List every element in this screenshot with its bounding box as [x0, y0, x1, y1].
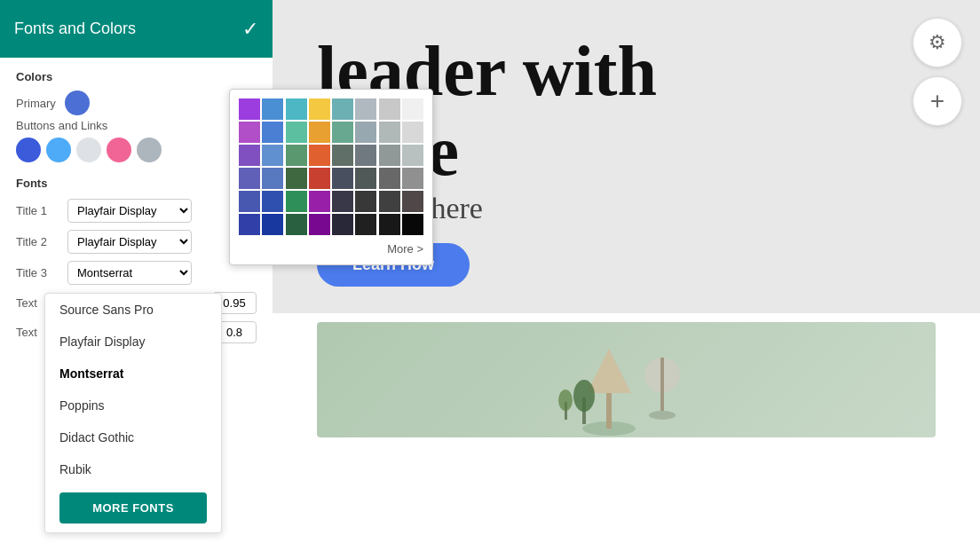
color-cell[interactable] [262, 191, 283, 212]
color-cell[interactable] [239, 191, 260, 212]
fonts-section-label: Fonts [16, 177, 257, 190]
dropdown-item-source-sans-pro[interactable]: Source Sans Pro [45, 294, 221, 326]
color-cell[interactable] [379, 145, 400, 166]
swatch-gray-light[interactable] [76, 138, 101, 162]
color-cell[interactable] [402, 98, 423, 120]
color-cell[interactable] [286, 168, 307, 189]
color-cell[interactable] [402, 191, 423, 212]
color-cell[interactable] [402, 145, 423, 166]
svg-rect-4 [660, 358, 664, 411]
color-cell[interactable] [286, 145, 307, 166]
title3-row: Title 3 Montserrat [16, 261, 257, 285]
panel-title: Fonts and Colors [14, 20, 136, 38]
color-cell[interactable] [262, 98, 283, 120]
color-cell[interactable] [332, 214, 353, 235]
color-cell[interactable] [309, 191, 330, 212]
swatch-gray-medium[interactable] [137, 138, 162, 162]
add-button[interactable]: + [913, 76, 962, 126]
primary-color-row: Primary [16, 91, 257, 115]
color-cell[interactable] [379, 191, 400, 212]
gear-icon: ⚙ [929, 31, 946, 54]
color-cell[interactable] [286, 98, 307, 120]
color-cell[interactable] [355, 122, 376, 143]
color-cell[interactable] [262, 145, 283, 166]
color-cell[interactable] [239, 145, 260, 166]
buttons-links-label: Buttons and Links [16, 119, 257, 132]
dropdown-item-playfair-display[interactable]: Playfair Display [45, 326, 221, 358]
settings-button[interactable]: ⚙ [913, 18, 962, 67]
title2-font-select[interactable]: Playfair Display [67, 230, 192, 254]
preview-illustration [538, 322, 715, 437]
color-cell[interactable] [239, 98, 260, 120]
color-cell[interactable] [402, 122, 423, 143]
svg-point-5 [649, 411, 676, 420]
color-cell[interactable] [355, 145, 376, 166]
image-preview [317, 322, 936, 437]
svg-point-7 [573, 380, 595, 412]
color-cell[interactable] [332, 191, 353, 212]
color-cell[interactable] [309, 214, 330, 235]
color-cell[interactable] [239, 214, 260, 235]
title1-row: Title 1 Playfair Display [16, 199, 257, 223]
plus-icon: + [930, 87, 944, 115]
title1-label: Title 1 [16, 204, 60, 217]
color-swatches-row [16, 138, 257, 162]
dropdown-item-poppins[interactable]: Poppins [45, 390, 221, 421]
color-picker-popup: More > [229, 89, 433, 265]
color-cell[interactable] [332, 168, 353, 189]
dropdown-item-didact-gothic[interactable]: Didact Gothic [45, 421, 221, 453]
floating-buttons: ⚙ + [913, 18, 962, 126]
dropdown-item-rubik[interactable]: Rubik [45, 453, 221, 485]
color-cell[interactable] [355, 191, 376, 212]
title2-row: Title 2 Playfair Display [16, 230, 257, 254]
color-cell[interactable] [262, 122, 283, 143]
svg-rect-2 [606, 393, 612, 429]
font-dropdown: Source Sans Pro Playfair Display Montser… [44, 293, 222, 533]
color-cell[interactable] [332, 145, 353, 166]
color-cell[interactable] [379, 214, 400, 235]
more-fonts-button[interactable]: MORE FONTS [59, 492, 207, 523]
color-grid [239, 98, 423, 235]
confirm-button[interactable]: ✓ [242, 18, 258, 41]
color-cell[interactable] [355, 98, 376, 120]
color-cell[interactable] [379, 98, 400, 120]
color-cell[interactable] [379, 122, 400, 143]
title3-label: Title 3 [16, 266, 60, 279]
title2-label: Title 2 [16, 235, 60, 248]
primary-label: Primary [16, 97, 56, 110]
primary-color-swatch[interactable] [65, 91, 90, 115]
color-cell[interactable] [286, 214, 307, 235]
color-cell[interactable] [309, 98, 330, 120]
color-cell[interactable] [402, 214, 423, 235]
color-cell[interactable] [239, 168, 260, 189]
color-cell[interactable] [379, 168, 400, 189]
colors-section-label: Colors [16, 70, 257, 83]
color-cell[interactable] [286, 122, 307, 143]
color-cell[interactable] [286, 191, 307, 212]
more-colors-link[interactable]: More > [239, 242, 423, 256]
swatch-blue-dark[interactable] [16, 138, 41, 162]
color-cell[interactable] [355, 168, 376, 189]
color-cell[interactable] [309, 168, 330, 189]
color-cell[interactable] [262, 168, 283, 189]
color-cell[interactable] [332, 98, 353, 120]
color-cell[interactable] [402, 168, 423, 189]
color-cell[interactable] [309, 122, 330, 143]
svg-point-9 [558, 390, 573, 411]
title3-font-select[interactable]: Montserrat [67, 261, 192, 285]
color-cell[interactable] [355, 214, 376, 235]
sidebar-header: Fonts and Colors ✓ [0, 0, 273, 58]
color-cell[interactable] [239, 122, 260, 143]
dropdown-item-montserrat[interactable]: Montserrat [45, 358, 221, 390]
color-cell[interactable] [309, 145, 330, 166]
color-cell[interactable] [332, 122, 353, 143]
svg-marker-1 [587, 349, 631, 393]
title1-font-select[interactable]: Playfair Display [67, 199, 192, 223]
main-content: leader with nage r subtitle here Learn H… [273, 0, 980, 551]
color-cell[interactable] [262, 214, 283, 235]
swatch-pink[interactable] [107, 138, 131, 162]
swatch-blue-light[interactable] [46, 138, 71, 162]
